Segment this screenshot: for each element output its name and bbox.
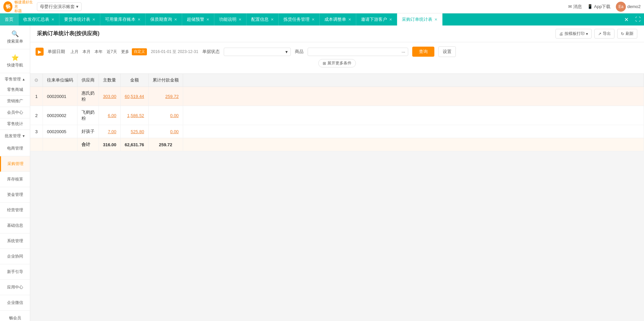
sidebar-item-enterprise[interactable]: 企业协同 [0, 249, 30, 264]
tab-baozhiqi[interactable]: 保质期查询 ✕ [146, 13, 182, 25]
shortcut-this-year[interactable]: 本年 [93, 48, 104, 55]
close-icon[interactable]: ✕ [271, 17, 274, 22]
filter-area: ▶ 单据日期 上月 本月 本年 近7天 更多 自定义 2016-01-01 至 … [30, 42, 644, 74]
cell-supplier: 飞鹤奶粉 [77, 106, 99, 125]
sidebar-item-inventory[interactable]: 库存核算 [0, 172, 30, 187]
tab-peizhixinxi[interactable]: 配置信息 ✕ [247, 13, 279, 25]
sidebar-item-ecommerce[interactable]: 电商管理 [0, 141, 30, 156]
cell-extra [183, 106, 644, 125]
cell-code: 00020002 [43, 106, 77, 125]
tab-yaohuo[interactable]: 要货单统计表 ✕ [59, 13, 100, 25]
shortcut-7days[interactable]: 近7天 [105, 48, 118, 55]
nav-close-button[interactable]: ✕ [621, 16, 632, 23]
print-icon: 🖨 [559, 32, 563, 36]
col-header-amount: 金额 [120, 74, 148, 87]
table-container: ⚙ 往来单位编码 供应商 主数量 金额 累计付款金额 1 00020001 [30, 74, 644, 151]
tab-yaoqing[interactable]: 邀请下游客户 ✕ [356, 13, 397, 25]
close-icon[interactable]: ✕ [238, 17, 241, 22]
cell-amount[interactable]: 60,519.44 [120, 87, 148, 106]
status-select[interactable]: ▾ [224, 48, 291, 56]
sidebar-item-guide[interactable]: 新手引导 [0, 264, 30, 280]
column-settings-icon[interactable]: ⚙ [34, 77, 39, 83]
cell-code: 00020001 [43, 87, 77, 106]
user-menu[interactable]: Ea demo2 [616, 2, 641, 12]
nav-expand-button[interactable]: ⛶ [632, 16, 644, 22]
col-header-paid: 累计付款金额 [148, 74, 183, 87]
close-icon[interactable]: ✕ [434, 17, 437, 22]
settings-button[interactable]: 设置 [438, 46, 456, 57]
sidebar-item-app-center[interactable]: 应用中心 [0, 280, 30, 295]
goods-input[interactable]: ··· [308, 48, 408, 56]
page-title: 采购订单统计表(按供应商) [37, 30, 100, 37]
close-icon[interactable]: ✕ [138, 17, 141, 22]
search-button[interactable]: 查询 [412, 47, 434, 57]
sidebar-item-basic-info[interactable]: 基础信息 [0, 218, 30, 233]
expand-more-button[interactable]: ⊞ 展开更多条件 [318, 59, 356, 67]
export-button[interactable]: ↗ 导出 [594, 29, 614, 39]
message-button[interactable]: ✉ 消息 [568, 4, 582, 10]
sidebar-item-marketing[interactable]: 营销推广 [0, 96, 30, 107]
sidebar-item-wholesale[interactable]: 批发管理 ▼ [0, 130, 30, 141]
shortcut-more[interactable]: 更多 [120, 48, 130, 55]
col-header-settings: ⚙ [30, 74, 43, 87]
cell-amount[interactable]: 525.80 [120, 125, 148, 138]
refresh-button[interactable]: ↻ 刷新 [617, 29, 637, 39]
cell-quantity[interactable]: 6.00 [99, 106, 121, 125]
tab-keyongliang[interactable]: 可用量库存账本 ✕ [100, 13, 146, 25]
date-range-display: 2016-01-01 至 2023-12-31 [151, 49, 198, 55]
print-button[interactable]: 🖨 按模板打印 ▾ [555, 29, 592, 39]
sidebar-item-retail-mall[interactable]: 零售商城 [0, 84, 30, 96]
sidebar-item-wechat[interactable]: 企业微信 [0, 295, 30, 311]
sidebar-item-search[interactable]: 🔍 搜索菜单 [0, 25, 30, 49]
tab-home[interactable]: 首页 [0, 13, 18, 25]
table-row: 1 00020001 惠氏奶粉 303.00 60,519.44 259.72 [30, 87, 644, 106]
cell-quantity[interactable]: 7.00 [99, 125, 121, 138]
tab-jianhuo[interactable]: 拣货任务管理 ✕ [279, 13, 320, 25]
tab-chaochuyujing[interactable]: 超储预警 ✕ [182, 13, 214, 25]
sidebar-item-purchase[interactable]: 采购管理 [0, 156, 30, 172]
close-icon[interactable]: ✕ [51, 17, 54, 22]
shortcut-last-month[interactable]: 上月 [69, 48, 80, 55]
footer-settings-cell [30, 138, 43, 151]
sidebar-item-system[interactable]: 系统管理 [0, 233, 30, 249]
sidebar-item-retail[interactable]: 零售管理 ▲ [0, 73, 30, 84]
cell-amount[interactable]: 1,586.52 [120, 106, 148, 125]
cell-paid[interactable]: 0.00 [148, 106, 183, 125]
close-icon[interactable]: ✕ [389, 17, 392, 22]
close-icon[interactable]: ✕ [206, 17, 209, 22]
sidebar-item-shortcut[interactable]: ⭐ 快捷导航 [0, 49, 30, 73]
filter-toggle-button[interactable]: ▶ [36, 48, 44, 56]
cell-paid[interactable]: 259.72 [148, 87, 183, 106]
sidebar-item-members[interactable]: 会员中心 [0, 107, 30, 118]
close-icon[interactable]: ✕ [312, 17, 315, 22]
cell-paid[interactable]: 0.00 [148, 125, 183, 138]
tab-shofacun[interactable]: 收发存汇总表 ✕ [18, 13, 59, 25]
col-header-extra [183, 74, 644, 87]
logo-icon: 畅 [3, 1, 12, 12]
footer-extra-cell [183, 138, 644, 151]
sidebar: 🔍 搜索菜单 ⭐ 快捷导航 零售管理 ▲ 零售商城 营销推广 会员中心 零售统计… [0, 25, 30, 321]
tab-gongneng[interactable]: 功能说明 ✕ [214, 13, 247, 25]
export-icon: ↗ [598, 32, 601, 36]
sidebar-item-finance[interactable]: 资金管理 [0, 187, 30, 203]
date-filter-label: 单据日期 [48, 49, 65, 55]
shortcut-this-month[interactable]: 本月 [81, 48, 92, 55]
custom-date-tag[interactable]: 自定义 [132, 48, 147, 55]
tab-chengben[interactable]: 成本调整单 ✕ [320, 13, 356, 25]
footer-quantity-cell: 316.00 [99, 138, 121, 151]
sidebar-item-operations[interactable]: 经营管理 [0, 203, 30, 218]
close-icon[interactable]: ✕ [174, 17, 177, 22]
col-header-code: 往来单位编码 [43, 74, 77, 87]
table-body: 1 00020001 惠氏奶粉 303.00 60,519.44 259.72 … [30, 87, 644, 138]
workspace-selector[interactable]: 母婴行业演示账套 ▾ [37, 2, 82, 11]
nav-tabs-right: ✕ ⛶ [621, 16, 644, 23]
chevron-up-icon: ▲ [22, 77, 25, 81]
tab-caigou-active[interactable]: 采购订单统计表 ✕ [397, 13, 442, 25]
sidebar-item-member-vip[interactable]: 畅会员 [0, 311, 30, 321]
goods-filter-label: 商品 [295, 49, 304, 55]
sidebar-item-retail-stats[interactable]: 零售统计 [0, 118, 30, 130]
close-icon[interactable]: ✕ [348, 17, 351, 22]
app-download-button[interactable]: 📱 App下载 [587, 4, 610, 10]
cell-quantity[interactable]: 303.00 [99, 87, 121, 106]
close-icon[interactable]: ✕ [92, 17, 95, 22]
